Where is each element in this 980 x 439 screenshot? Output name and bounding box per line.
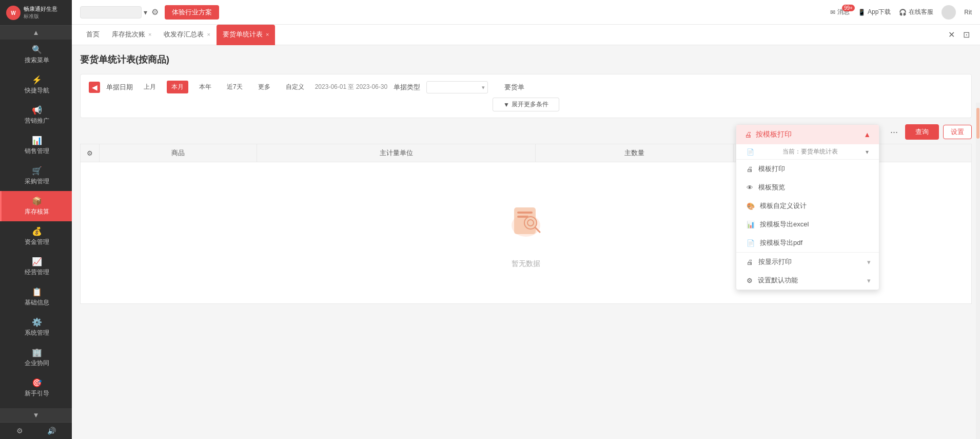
excel-icon: 📊	[747, 221, 755, 228]
online-service-btn[interactable]: 🎧 在线客服	[899, 8, 933, 16]
filter-area: ◀ 单据日期 上月 本月 本年 近7天 更多 自定义 2023-06-01 至 …	[80, 74, 972, 118]
template-custom-item[interactable]: 🎨 模板自定义设计	[736, 197, 879, 215]
sidebar-bottom: ⚙ 🔊	[0, 422, 72, 439]
settings-btn[interactable]: 设置	[943, 125, 972, 139]
app-download-btn[interactable]: 📱 App下载	[858, 8, 891, 16]
date-chip-prev-month[interactable]: 上月	[139, 81, 161, 93]
message-icon: ✉	[830, 9, 835, 16]
sidebar-item-inventory[interactable]: 📦 库存核算	[0, 191, 72, 221]
topbar-gear-btn[interactable]: ⚙	[151, 7, 159, 17]
guide-icon: 🎯	[32, 378, 42, 388]
trial-industry-btn[interactable]: 体验行业方案	[165, 5, 219, 20]
table-toolbar: 🖨 按模板打印 ▲ 📤 导出 🔄 刷新 ··· 查询 设置 🖨	[80, 124, 972, 140]
current-template-text: 当前：要货单统计表	[782, 147, 838, 156]
tabbar-controls: ✕ ⊡	[946, 29, 972, 41]
tab-receipt-summary[interactable]: 收发存汇总表 ×	[158, 25, 216, 45]
print-title-icon: 🖨	[744, 130, 752, 139]
date-chip-last-7days[interactable]: 近7天	[222, 81, 247, 93]
print-dropdown-popup: 🖨 按模板打印 ▲ 📄 当前：要货单统计表 ▾ 🖨 模板打印 👁	[736, 124, 879, 290]
expand-more-btn[interactable]: ▼ 展开更多条件	[493, 98, 559, 111]
purchase-icon: 🛒	[32, 166, 42, 176]
sidebar-sound-btn[interactable]: 🔊	[47, 427, 56, 435]
current-template-icon: 📄	[747, 148, 754, 156]
sidebar-item-app-center[interactable]: 🔲 应用中心	[0, 403, 72, 408]
sidebar-item-label: 新手引导	[25, 389, 49, 398]
sidebar-item-quick-nav[interactable]: ⚡ 快捷导航	[0, 70, 72, 100]
column-settings-icon[interactable]: ⚙	[87, 149, 93, 157]
sidebar-item-enterprise[interactable]: 🏢 企业协同	[0, 342, 72, 373]
set-default-icon: ⚙	[747, 277, 753, 284]
template-custom-label: 模板自定义设计	[760, 201, 807, 211]
date-chip-current-month[interactable]: 本月	[167, 81, 188, 93]
sidebar-item-sales[interactable]: 📊 销售管理	[0, 130, 72, 161]
tab-expand-btn[interactable]: ⊡	[961, 29, 972, 41]
topbar-actions: ✉ 消息 99+ 📱 App下载 🎧 在线客服 Rit	[830, 5, 972, 20]
sidebar-item-finance[interactable]: 💰 资金管理	[0, 221, 72, 252]
online-service-label: 在线客服	[909, 8, 933, 16]
tab-receipt-summary-close[interactable]: ×	[207, 31, 210, 37]
template-export-excel-label: 按模板导出excel	[760, 220, 809, 229]
tab-demand-stats[interactable]: 要货单统计表 ×	[217, 25, 275, 45]
template-preview-item[interactable]: 👁 模板预览	[736, 178, 879, 197]
date-chip-current-year[interactable]: 本年	[194, 81, 216, 93]
tab-inventory-batch[interactable]: 库存批次账 ×	[106, 25, 158, 45]
marketing-icon: 📢	[32, 105, 42, 115]
template-export-excel-item[interactable]: 📊 按模板导出excel	[736, 215, 879, 234]
sidebar-item-system[interactable]: ⚙️ 系统管理	[0, 312, 72, 342]
sidebar-scroll-down[interactable]: ▼	[0, 408, 72, 422]
svg-text:W: W	[11, 10, 16, 16]
current-template-indicator: 📄 当前：要货单统计表 ▾	[736, 144, 879, 159]
sidebar-item-operation[interactable]: 📈 经营管理	[0, 252, 72, 282]
tab-demand-stats-close[interactable]: ×	[266, 31, 269, 37]
tab-home-label: 首页	[86, 30, 100, 39]
search-dropdown-btn[interactable]: ▾	[144, 8, 147, 16]
type-select[interactable]	[426, 81, 488, 93]
sidebar-settings-btn[interactable]: ⚙	[16, 427, 23, 435]
right-scrollbar[interactable]	[976, 103, 980, 439]
template-print-icon: 🖨	[747, 165, 753, 173]
messages-btn[interactable]: ✉ 消息 99+	[830, 8, 850, 16]
sidebar-item-search[interactable]: 🔍 搜索菜单	[0, 40, 72, 70]
table-th-quantity: 主数量	[535, 144, 733, 162]
sidebar-item-label: 资金管理	[25, 238, 49, 246]
user-avatar[interactable]	[942, 5, 956, 20]
search-icon: 🔍	[32, 45, 42, 54]
sidebar-item-marketing[interactable]: 📢 营销推广	[0, 100, 72, 130]
date-chip-more[interactable]: 更多	[253, 81, 275, 93]
sidebar-item-purchase[interactable]: 🛒 采购管理	[0, 161, 72, 191]
quick-nav-icon: ⚡	[32, 75, 42, 85]
username-label: Rit	[964, 9, 972, 16]
print-title-text: 按模板打印	[756, 130, 792, 139]
sidebar-item-label: 营销推广	[25, 117, 49, 125]
filter-expand-row: ▼ 展开更多条件	[89, 98, 963, 111]
sidebar-item-label: 经营管理	[25, 268, 49, 277]
sidebar-item-label: 库存核算	[25, 207, 49, 216]
sidebar-item-guide[interactable]: 🎯 新手引导	[0, 373, 72, 403]
type-select-wrapper	[426, 81, 488, 93]
table-th-settings[interactable]: ⚙	[81, 144, 100, 162]
date-chip-custom[interactable]: 自定义	[281, 81, 309, 93]
sidebar-item-label: 搜索菜单	[25, 56, 49, 65]
tab-home[interactable]: 首页	[80, 25, 106, 45]
set-default-item[interactable]: ⚙ 设置默认功能 ▾	[736, 271, 879, 290]
search-input[interactable]	[80, 6, 142, 18]
finance-icon: 💰	[32, 226, 42, 236]
sidebar-nav: 🔍 搜索菜单 ⚡ 快捷导航 📢 营销推广 📊 销售管理 🛒 采购管理 📦 库存核…	[0, 40, 72, 408]
sidebar-item-label: 采购管理	[25, 177, 49, 186]
template-export-pdf-item[interactable]: 📄 按模板导出pdf	[736, 234, 879, 252]
sidebar-scroll-up[interactable]: ▲	[0, 26, 72, 40]
print-dropdown-close-btn[interactable]: ▲	[864, 130, 871, 139]
sidebar-item-basic-info[interactable]: 📋 基础信息	[0, 282, 72, 312]
display-print-item[interactable]: 🖨 按显示打印 ▾	[736, 253, 879, 271]
more-options-btn[interactable]: ···	[887, 126, 901, 139]
template-print-item[interactable]: 🖨 模板打印	[736, 160, 879, 178]
tab-close-all-btn[interactable]: ✕	[946, 29, 957, 41]
scrollbar-thumb	[976, 108, 979, 139]
order-type-label: 要货单	[504, 83, 524, 92]
filter-collapse-btn[interactable]: ◀	[89, 82, 100, 93]
template-preview-label: 模板预览	[758, 183, 785, 192]
pdf-icon: 📄	[747, 239, 755, 247]
tab-inventory-batch-close[interactable]: ×	[148, 31, 151, 37]
query-btn[interactable]: 查询	[905, 124, 939, 140]
svg-rect-4	[517, 212, 533, 214]
